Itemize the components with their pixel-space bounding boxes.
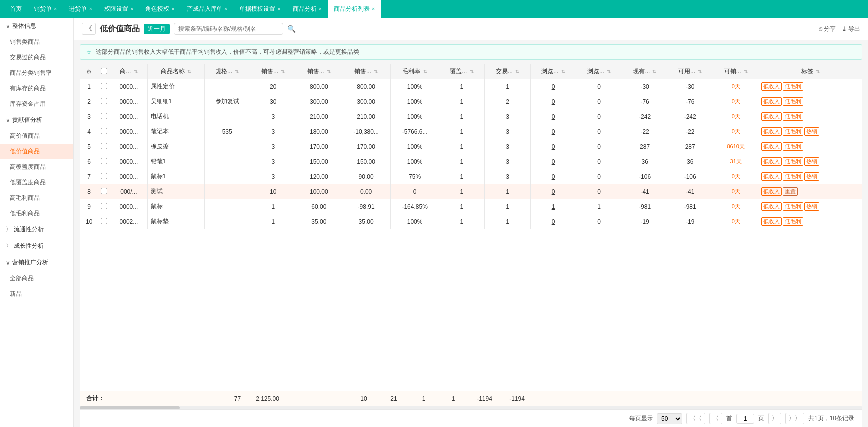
last-page-button[interactable]: 〉〉 (785, 413, 804, 424)
view1-link[interactable]: 0 (552, 113, 555, 120)
first-page-button[interactable]: 〈〈 (686, 413, 705, 424)
sidebar-group-overall[interactable]: ∨ 整体信息 (0, 18, 73, 34)
next-page-button[interactable]: 〉 (768, 413, 781, 424)
view1-link[interactable]: 1 (552, 203, 555, 210)
nav-home[interactable]: 首页 (4, 0, 28, 18)
sidebar-item-high-margin[interactable]: 高毛利商品 (0, 190, 73, 206)
sales-amount-column-header[interactable]: 销售... ⇅ (342, 64, 390, 79)
row-checkbox-cell[interactable] (98, 154, 110, 169)
checkbox-column-header[interactable] (98, 64, 110, 79)
view1-link[interactable]: 0 (552, 218, 555, 225)
sidebar-group-growth[interactable]: 〉 成长性分析 (0, 238, 73, 254)
view1-cell[interactable]: 0 (530, 139, 576, 154)
view1-cell[interactable]: 0 (530, 109, 576, 124)
coverage-column-header[interactable]: 覆盖... ⇅ (439, 64, 485, 79)
row-checkbox-cell[interactable] (98, 199, 110, 214)
view1-link[interactable]: 0 (552, 158, 555, 165)
view1-link[interactable]: 0 (552, 98, 555, 105)
nav-close-icon[interactable]: × (224, 6, 227, 12)
current-column-header[interactable]: 现有... ⇅ (622, 64, 667, 79)
nav-product-inbound[interactable]: 产成品入库单 × (181, 0, 233, 18)
gear-column-header[interactable]: ⚙ (80, 64, 98, 79)
view1-cell[interactable]: 0 (530, 79, 576, 94)
nav-product-analysis[interactable]: 商品分析 × (287, 0, 328, 18)
page-number-input[interactable] (736, 414, 754, 424)
nav-purchase-order[interactable]: 进货单 × (63, 0, 98, 18)
view1-cell[interactable]: 0 (530, 154, 576, 169)
row-checkbox[interactable] (101, 158, 107, 164)
view1-column-header[interactable]: 浏览... ⇅ (530, 64, 576, 79)
view1-link[interactable]: 0 (552, 83, 555, 90)
nav-product-analysis-list[interactable]: 商品分析列表 × (328, 0, 381, 18)
gear-icon[interactable]: ⚙ (86, 68, 92, 75)
view1-cell[interactable]: 0 (530, 124, 576, 139)
export-button[interactable]: ⤓ 导出 (842, 25, 860, 33)
sidebar-item-category-sales-rate[interactable]: 商品分类销售率 (0, 65, 73, 81)
select-all-checkbox[interactable] (101, 68, 107, 74)
view1-cell[interactable]: 0 (530, 184, 576, 199)
nav-close-icon[interactable]: × (89, 6, 92, 12)
row-checkbox-cell[interactable] (98, 94, 110, 109)
view1-cell[interactable]: 0 (530, 214, 576, 229)
nav-close-icon[interactable]: × (277, 6, 280, 12)
share-button[interactable]: ⎋ 分享 (819, 25, 836, 33)
name-column-header[interactable]: 商品名称 ⇅ (147, 64, 204, 79)
view1-link[interactable]: 0 (552, 143, 555, 150)
nav-permission[interactable]: 权限设置 × (98, 0, 139, 18)
sidebar-item-stocked-goods[interactable]: 有库存的商品 (0, 81, 73, 96)
view1-cell[interactable]: 0 (530, 94, 576, 109)
row-checkbox-cell[interactable] (98, 169, 110, 184)
view1-cell[interactable]: 1 (530, 199, 576, 214)
row-checkbox[interactable] (101, 128, 107, 134)
spec-column-header[interactable]: 规格... ⇅ (204, 64, 250, 79)
code-column-header[interactable]: 商... ⇅ (110, 64, 147, 79)
sales-price-column-header[interactable]: 销售... ⇅ (296, 64, 342, 79)
view1-link[interactable]: 0 (552, 128, 555, 135)
row-checkbox[interactable] (101, 203, 107, 209)
row-checkbox-cell[interactable] (98, 184, 110, 199)
sidebar-item-stock-funds[interactable]: 库存资金占用 (0, 96, 73, 112)
row-checkbox-cell[interactable] (98, 214, 110, 229)
row-checkbox-cell[interactable] (98, 109, 110, 124)
transaction-column-header[interactable]: 交易... ⇅ (485, 64, 531, 79)
sidebar-item-low-coverage[interactable]: 低覆盖度商品 (0, 175, 73, 190)
sidebar-item-traded-goods[interactable]: 交易过的商品 (0, 50, 73, 65)
view2-column-header[interactable]: 浏览... ⇅ (576, 64, 622, 79)
nav-close-icon[interactable]: × (319, 6, 322, 12)
collapse-sidebar-button[interactable]: 《 (82, 23, 96, 35)
margin-column-header[interactable]: 毛利率 ⇅ (390, 64, 439, 79)
prev-page-button[interactable]: 〈 (709, 413, 722, 424)
data-table-container[interactable]: ⚙ 商... ⇅ 商品名称 ⇅ 规格... ⇅ 销售... ⇅ 销售... ⇅ … (80, 64, 862, 391)
row-checkbox-cell[interactable] (98, 124, 110, 139)
sidebar-item-low-value[interactable]: 低价值商品 (0, 144, 73, 159)
nav-template-settings[interactable]: 单据模板设置 × (233, 0, 286, 18)
row-checkbox-cell[interactable] (98, 79, 110, 94)
sidebar-item-sales-goods[interactable]: 销售类商品 (0, 34, 73, 50)
row-checkbox[interactable] (101, 173, 107, 179)
sidebar-item-high-coverage[interactable]: 高覆盖度商品 (0, 159, 73, 175)
sidebar-group-contribution[interactable]: ∨ 贡献值分析 (0, 112, 73, 128)
view1-cell[interactable]: 0 (530, 169, 576, 184)
sidebar-group-marketing[interactable]: ∨ 营销推广分析 (0, 254, 73, 271)
row-checkbox[interactable] (101, 143, 107, 149)
sidebar-group-liquidity[interactable]: 〉 流通性分析 (0, 221, 73, 238)
available-column-header[interactable]: 可用... ⇅ (667, 64, 713, 79)
sellable-column-header[interactable]: 可销... ⇅ (713, 64, 759, 79)
nav-close-icon[interactable]: × (130, 6, 133, 12)
nav-close-active-icon[interactable]: × (372, 6, 375, 12)
row-checkbox[interactable] (101, 113, 107, 119)
view1-link[interactable]: 0 (552, 188, 555, 195)
nav-role-auth[interactable]: 角色授权 × (139, 0, 180, 18)
nav-sales-order[interactable]: 销货单 × (28, 0, 63, 18)
sales-qty-column-header[interactable]: 销售... ⇅ (250, 64, 296, 79)
row-checkbox-cell[interactable] (98, 139, 110, 154)
search-input[interactable] (174, 23, 283, 35)
sidebar-item-all-goods[interactable]: 全部商品 (0, 271, 73, 286)
nav-close-icon[interactable]: × (171, 6, 174, 12)
search-icon[interactable]: 🔍 (287, 25, 296, 33)
row-checkbox[interactable] (101, 83, 107, 89)
sidebar-item-new-goods[interactable]: 新品 (0, 286, 73, 302)
time-filter-badge[interactable]: 近一月 (144, 24, 170, 34)
view1-link[interactable]: 0 (552, 173, 555, 180)
nav-close-icon[interactable]: × (54, 6, 57, 12)
